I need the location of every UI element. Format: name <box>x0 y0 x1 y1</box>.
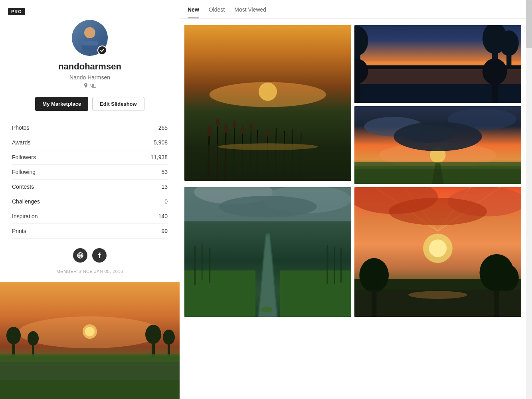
tab-item[interactable]: New <box>188 6 199 18</box>
svg-rect-95 <box>202 243 202 280</box>
photo-card[interactable] <box>184 187 351 317</box>
slideshow-button[interactable]: Edit Slideshow <box>92 97 144 111</box>
stat-row[interactable]: Followers11,938 <box>12 150 168 165</box>
stat-label: Contests <box>12 184 34 190</box>
svg-point-91 <box>261 307 273 313</box>
scrollbar-track <box>526 0 532 399</box>
stat-row[interactable]: Challenges0 <box>12 194 168 209</box>
svg-point-6 <box>84 27 95 38</box>
svg-rect-97 <box>327 245 328 284</box>
svg-point-77 <box>394 122 482 151</box>
stat-row[interactable]: Awards5,908 <box>12 135 168 150</box>
photo-card[interactable] <box>354 106 521 184</box>
tab-item[interactable]: Oldest <box>209 6 225 18</box>
stat-label: Photos <box>12 124 30 131</box>
stat-row[interactable]: Photos265 <box>12 120 168 135</box>
svg-point-31 <box>259 83 277 101</box>
stat-label: Challenges <box>12 198 40 205</box>
real-name: Nando Harmsen <box>69 74 110 81</box>
svg-point-45 <box>216 119 219 127</box>
pro-badge: PRO <box>8 8 25 15</box>
stat-label: Following <box>12 169 36 175</box>
location-text: NL <box>89 83 96 89</box>
svg-point-17 <box>85 327 95 336</box>
svg-point-118 <box>408 291 467 299</box>
svg-rect-8 <box>82 41 98 45</box>
photo-card[interactable] <box>184 25 351 181</box>
stat-value: 53 <box>161 169 168 175</box>
stat-row[interactable]: Inspiration140 <box>12 209 168 224</box>
stat-row[interactable]: Prints99 <box>12 224 168 239</box>
svg-rect-94 <box>194 246 196 285</box>
stat-value: 265 <box>158 124 168 131</box>
svg-point-21 <box>28 331 39 346</box>
scrollbar-thumb[interactable] <box>526 0 532 48</box>
facebook-icon-button[interactable] <box>92 248 107 263</box>
photo-card[interactable] <box>354 25 521 103</box>
svg-point-46 <box>224 124 227 133</box>
stat-label: Awards <box>12 139 30 146</box>
stats-table: Photos265Awards5,908Followers11,938Follo… <box>0 120 180 239</box>
globe-icon-button[interactable] <box>73 248 87 263</box>
svg-point-44 <box>207 126 211 136</box>
svg-rect-99 <box>340 248 342 282</box>
username: nandoharmsen <box>58 61 121 72</box>
stat-row[interactable]: Following53 <box>12 165 168 180</box>
stat-label: Prints <box>12 228 26 234</box>
svg-point-106 <box>429 239 447 257</box>
sidebar-landscape-photo[interactable] <box>0 282 180 399</box>
svg-point-63 <box>499 30 519 56</box>
social-icons <box>73 248 107 263</box>
stat-value: 5,908 <box>154 139 168 146</box>
svg-point-116 <box>494 264 518 292</box>
stat-row[interactable]: Contests13 <box>12 180 168 194</box>
stat-label: Followers <box>12 154 36 160</box>
svg-point-50 <box>266 129 269 137</box>
stat-value: 99 <box>161 228 168 234</box>
sidebar: PRO nandoharmsen Nando Harmsen NL My Mar… <box>0 0 180 399</box>
svg-line-54 <box>225 145 226 181</box>
svg-point-85 <box>219 196 317 217</box>
photo-grid <box>180 19 526 323</box>
stat-value: 140 <box>158 213 168 219</box>
svg-point-49 <box>250 123 253 130</box>
svg-rect-98 <box>334 247 335 284</box>
stat-value: 13 <box>161 184 168 190</box>
svg-point-70 <box>483 58 507 85</box>
svg-point-55 <box>218 143 318 150</box>
main-content: NewOldestMost Viewed <box>180 0 526 399</box>
photo-card[interactable] <box>354 187 521 317</box>
member-since: MEMBER SINCE JAN 05, 2016 <box>56 269 123 274</box>
location-pin-icon <box>84 83 88 89</box>
location: NL <box>84 83 96 89</box>
svg-point-47 <box>233 120 236 128</box>
stat-value: 0 <box>164 198 168 205</box>
svg-rect-96 <box>209 248 210 282</box>
svg-line-53 <box>218 145 218 181</box>
svg-rect-28 <box>0 354 180 362</box>
tab-navigation: NewOldestMost Viewed <box>180 0 526 19</box>
action-buttons: My Marketplace Edit Slideshow <box>35 97 144 111</box>
svg-rect-27 <box>0 360 180 380</box>
verified-badge <box>97 45 107 55</box>
marketplace-button[interactable]: My Marketplace <box>35 97 88 111</box>
svg-point-109 <box>389 198 487 225</box>
tab-item[interactable]: Most Viewed <box>234 6 266 18</box>
svg-point-25 <box>163 330 175 345</box>
stat-label: Inspiration <box>12 213 38 219</box>
svg-point-48 <box>241 126 244 134</box>
stat-value: 11,938 <box>150 154 168 160</box>
svg-point-19 <box>6 327 21 344</box>
svg-point-23 <box>145 325 161 344</box>
avatar-wrapper <box>72 20 108 56</box>
